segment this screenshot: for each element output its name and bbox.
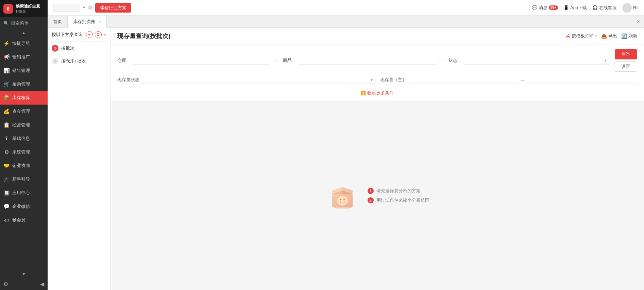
scheme-settings-icon[interactable]: ⚙ [95,31,102,38]
nav-label-finance: 资金管理 [12,108,30,114]
empty-illustration [325,179,359,213]
scheme-item-by-batch[interactable]: ⊙ 按批次 [48,42,110,55]
user-group[interactable]: Rit [622,3,639,13]
inventory-main-label: 现存量（主） [380,77,407,83]
status-chevron-icon: ▾ [605,58,607,63]
scheme-icon-by-warehouse-batch: ⊙ [52,58,58,65]
tab-home[interactable]: 首页 [48,16,68,28]
tab-inventory-batch[interactable]: 库存批次账× [68,16,107,28]
messages-group[interactable]: 💬 消息 99+ [532,5,558,11]
print-template-btn[interactable]: 🖨 按模板打印 ▾ [565,33,597,39]
sidebar-item-member[interactable]: 🏷 畅会员 [0,213,48,227]
sidebar-item-wechat[interactable]: 💬 企业微信 [0,200,48,213]
filter-collapse[interactable]: ⏫ 收起更多条件 [117,88,637,96]
online-service-group[interactable]: 🎧 在线客服 [592,5,617,11]
page-header: 现存量查询(按批次) 🖨 按模板打印 ▾ 📤 导出 🔄 刷新 [111,28,644,44]
app-title-group: 畅康通好生意 标准版 [16,3,40,14]
sidebar-footer: ⚙ ◀ [0,278,48,290]
nav-icon-member: 🏷 [3,217,10,223]
right-main: 现存量查询(按批次) 🖨 按模板打印 ▾ 📤 导出 🔄 刷新 [111,28,644,290]
filter-area: 仓库 ··· 商品 ··· 状态 ▾ [111,44,644,101]
scheme-label-by-batch: 按批次 [61,45,74,51]
breadcrumb-input[interactable] [53,4,80,12]
tab-bar: 首页库存批次账×× [48,16,644,28]
refresh-icon: 🔄 [621,33,627,39]
inventory-main-from[interactable] [409,76,519,84]
sidebar-item-operations[interactable]: 📋 经营管理 [0,118,48,132]
inventory-status-select[interactable]: ▾ [141,76,375,84]
nav-icon-finance: 💰 [3,108,10,114]
warehouse-input[interactable] [133,56,270,65]
sidebar-scroll-up[interactable]: ▲ [0,29,48,37]
svg-point-7 [343,199,345,201]
messages-badge: 99+ [549,5,558,10]
filter-row-2: 现存量状态 ▾ 现存量（主） — [117,76,637,84]
export-icon: 📤 [601,33,607,39]
scheme-item-by-warehouse-batch[interactable]: ⊙ 按仓库+批次 [48,55,110,68]
print-template-label: 按模板打印 [572,33,594,39]
tip-text-1: 请先选择要分析的方案 [376,188,421,194]
left-panel-title: 按以下方案查询 [52,32,83,38]
refresh-btn[interactable]: 🔄 刷新 [621,33,637,39]
scheme-icon-by-batch: ⊙ [52,45,58,52]
app-download-group[interactable]: 📱 App下载 [563,5,587,11]
nav-icon-enterprise: 🤝 [3,163,10,169]
nav-icon-system: ⚙ [3,149,10,155]
sidebar-item-newcomer[interactable]: 🎓 新手引导 [0,173,48,186]
left-panel-icons: + ⚙ « [86,31,106,38]
collapse-panel-icon[interactable]: « [104,32,106,37]
collapse-icon: ⏫ [361,91,366,95]
app-logo: 6 [3,4,13,14]
add-scheme-icon[interactable]: + [86,31,93,38]
product-input[interactable] [299,56,436,65]
sidebar-item-basic[interactable]: ℹ 基础信息 [0,132,48,145]
empty-tips: 1 请先选择要分析的方案 2 用过滤条件来缩小分析范围 [368,188,429,203]
filter-inventory-status: 现存量状态 ▾ [117,76,375,84]
left-panel-header: 按以下方案查询 + ⚙ « [48,28,110,42]
headset-icon: 🎧 [592,5,598,10]
sidebar-item-system[interactable]: ⚙ 系统管理 [0,145,48,159]
nav-icon-basic: ℹ [3,135,10,142]
query-button[interactable]: 查询 [615,49,637,59]
sidebar-item-purchase[interactable]: 🛒 采购管理 [0,77,48,91]
scheme-label-by-warehouse-batch: 按仓库+批次 [61,58,86,64]
status-select[interactable]: ▾ [464,57,609,65]
inventory-status-chevron-icon: ▾ [371,77,373,82]
sidebar-item-enterprise[interactable]: 🤝 企业协同 [0,159,48,173]
sidebar-item-app-center[interactable]: 🔲 应用中心 [0,186,48,200]
status-label: 状态 [448,57,462,64]
tab-bar-close-icon[interactable]: × [633,19,644,25]
filter-collapse-label: 收起更多条件 [367,90,394,96]
filter-row-1: 仓库 ··· 商品 ··· 状态 ▾ [117,49,637,72]
tab-label-home: 首页 [53,19,62,25]
sidebar-search-label: 搜索菜单 [11,20,29,26]
settings-icon[interactable]: ⚙ [3,281,8,287]
sidebar-item-sales[interactable]: 📊 销售管理 [0,64,48,77]
sidebar-scroll-down[interactable]: ▼ [0,270,48,278]
nav-label-system: 系统管理 [12,149,30,155]
sidebar-item-finance[interactable]: 💰 资金管理 [0,105,48,118]
product-dots[interactable]: ··· [439,58,443,63]
sidebar-item-inventory[interactable]: 📦 库存核算 [0,91,48,105]
warehouse-dots[interactable]: ··· [273,58,277,63]
inventory-main-to[interactable] [527,76,637,84]
sidebar-search[interactable]: 🔍 搜索菜单 [0,17,48,29]
inventory-status-label: 现存量状态 [117,77,139,83]
collapse-icon[interactable]: ◀ [40,281,44,287]
page-header-actions: 🖨 按模板打印 ▾ 📤 导出 🔄 刷新 [565,33,637,43]
filter-product: 商品 ··· [283,56,443,65]
settings-button[interactable]: 设置 [614,61,637,72]
sidebar-header: 6 畅康通好生意 标准版 [0,0,48,17]
experience-button[interactable]: 体验行业方案 [95,3,131,13]
sidebar-item-marketing[interactable]: 📢 营销推广 [0,50,48,64]
chevron-down-icon[interactable]: ▾ [83,5,85,10]
online-service-label: 在线客服 [599,5,617,11]
export-btn[interactable]: 📤 导出 [601,33,617,39]
sidebar-item-quick-nav[interactable]: ⚡ 快捷导航 [0,37,48,50]
tab-close-inventory-batch[interactable]: × [99,19,101,24]
nav-icon-purchase: 🛒 [3,81,10,87]
nav-icon-marketing: 📢 [3,54,10,60]
topbar-gear-icon[interactable]: ⚙ [88,4,92,11]
tip-text-2: 用过滤条件来缩小分析范围 [376,197,429,203]
nav-label-quick-nav: 快捷导航 [12,40,30,47]
